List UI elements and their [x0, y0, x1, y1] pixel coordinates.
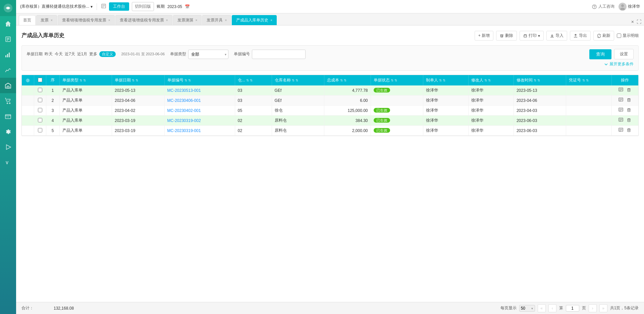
table-row[interactable]: 1 产品入库单 2023-05-13 MC-20230513-001 03 GE… [22, 85, 638, 96]
col-header-doc-no[interactable]: 单据编号 ⇅ [164, 75, 235, 85]
sidebar-item-media[interactable] [0, 139, 16, 155]
sidebar-item-warehouse[interactable] [0, 78, 16, 93]
row-edit-icon[interactable] [619, 98, 625, 103]
row-delete-icon[interactable] [627, 98, 631, 103]
col-header-warehouse-code[interactable]: 仓... ⇅ [235, 75, 272, 85]
query-button[interactable]: 查询 [589, 49, 611, 59]
row-checkbox[interactable] [34, 96, 46, 106]
sidebar-item-analytics[interactable] [0, 47, 16, 62]
row-checkbox[interactable] [34, 85, 46, 96]
per-page-select[interactable]: 50 100 200 [519, 305, 535, 312]
row-select-checkbox[interactable] [38, 118, 42, 122]
company-selector[interactable]: (库存核算）直播轻捷通信息技术股份... ▾ [20, 4, 93, 9]
show-detail-checkbox[interactable]: 显示明细 [617, 33, 639, 39]
tab-product-history-close[interactable]: × [270, 18, 272, 22]
col-header-voucher-no[interactable]: 凭证号 ⇅ [566, 75, 611, 85]
filter-date-1month[interactable]: 近1月 [77, 51, 88, 57]
filter-date-custom[interactable]: 自定义 [99, 51, 116, 57]
tab-open-close[interactable]: × [225, 18, 227, 22]
col-header-total-cost[interactable]: 总成本 ⇅ [324, 75, 371, 85]
sidebar-item-settings[interactable] [0, 124, 16, 139]
row-checkbox[interactable] [34, 116, 46, 126]
row-select-checkbox[interactable] [38, 98, 42, 102]
col-header-modify-time[interactable]: 修改时间 ⇅ [514, 75, 566, 85]
doc-no-link[interactable]: MC-20230402-001 [167, 108, 201, 113]
row-delete-icon[interactable] [627, 108, 631, 113]
col-header-doc-status[interactable]: 单据状态 ⇅ [371, 75, 423, 85]
prev-page-button[interactable]: ‹ [548, 304, 556, 312]
delete-button[interactable]: 删除 [496, 31, 517, 41]
row-edit-icon[interactable] [619, 108, 625, 113]
table-row[interactable]: 3 产品入库单 2023-04-02 MC-20230402-001 05 徐仓… [22, 106, 638, 116]
row-checkbox[interactable] [34, 126, 46, 136]
row-checkbox[interactable] [34, 106, 46, 116]
page-input[interactable] [566, 305, 579, 312]
doc-icon[interactable] [101, 3, 106, 10]
filter-date-today[interactable]: 今天 [55, 51, 63, 57]
row-delete-icon[interactable] [627, 88, 631, 93]
sidebar-item-invoice[interactable] [0, 32, 16, 47]
row-doc-no[interactable]: MC-20230319-001 [164, 126, 235, 136]
row-delete-icon[interactable] [627, 128, 631, 133]
filter-expand-button[interactable]: 展开更多条件 [604, 61, 634, 67]
calendar-icon[interactable]: 📅 [185, 4, 190, 9]
doc-no-link[interactable]: MC-20230513-001 [167, 88, 201, 93]
col-header-doc-date[interactable]: 单据日期 ⇅ [112, 75, 165, 85]
reset-button[interactable]: 设置 [614, 49, 634, 59]
filter-date-7days[interactable]: 近7天 [65, 51, 75, 57]
export-button[interactable]: 导出 [570, 31, 591, 41]
doc-no-link[interactable]: MC-20230319-001 [167, 128, 201, 133]
row-edit-icon[interactable] [619, 118, 625, 123]
row-doc-no[interactable]: MC-20230402-001 [164, 106, 235, 116]
row-doc-no[interactable]: MC-20230319-002 [164, 116, 235, 126]
old-version-button[interactable]: 切到旧版 [132, 2, 154, 11]
sidebar-item-home[interactable] [0, 16, 16, 32]
tab-product-history[interactable]: 产成品入库单历史 × [232, 15, 277, 25]
sidebar-item-purchase[interactable] [0, 93, 16, 109]
first-page-button[interactable]: « [538, 304, 546, 312]
row-edit-icon[interactable] [619, 88, 625, 93]
sidebar-item-version[interactable]: V [0, 155, 16, 170]
tab-invoice-close[interactable]: × [51, 18, 53, 22]
service-button[interactable]: 人工咨询 [592, 4, 614, 9]
sidebar-item-report[interactable] [0, 62, 16, 78]
doc-no-link[interactable]: MC-20230319-002 [167, 118, 201, 123]
workbench-button[interactable]: 工作台 [109, 2, 129, 11]
show-detail-input[interactable] [617, 34, 621, 38]
tab-calc[interactable]: 发票测算 × [173, 15, 202, 25]
refresh-button[interactable]: 刷新 [593, 31, 614, 41]
row-delete-icon[interactable] [627, 118, 631, 123]
next-page-button[interactable]: › [589, 304, 597, 312]
tab-calc-close[interactable]: × [196, 18, 198, 22]
tab-purchase-vat-close[interactable]: × [166, 18, 168, 22]
tab-purchase-vat[interactable]: 查看进项增值税专用发票 × [115, 15, 172, 25]
app-logo[interactable] [0, 0, 16, 16]
print-button[interactable]: 打印 ▾ [520, 31, 544, 41]
table-row[interactable]: 4 产品入库单 2023-03-19 MC-20230319-002 02 原料… [22, 116, 638, 126]
row-doc-no[interactable]: MC-20230513-001 [164, 85, 235, 96]
col-header-checkbox[interactable] [34, 75, 46, 85]
tab-maximize-button[interactable]: ⛶ [637, 19, 641, 24]
doc-no-link[interactable]: MC-20230406-001 [167, 98, 201, 103]
row-select-checkbox[interactable] [38, 88, 42, 92]
col-header-warehouse-name[interactable]: 仓库名称 ⇅ [272, 75, 324, 85]
filter-date-yesterday[interactable]: 昨天 [45, 51, 53, 57]
table-row[interactable]: 5 产品入库单 2023-03-19 MC-20230319-001 02 原料… [22, 126, 638, 136]
col-header-modifier[interactable]: 修改人 ⇅ [468, 75, 514, 85]
filter-date-more[interactable]: 更多 [89, 51, 97, 57]
select-all-checkbox[interactable] [38, 78, 42, 82]
col-header-creator[interactable]: 制单人 ⇅ [423, 75, 469, 85]
table-row[interactable]: 2 产品入库单 2023-04-06 MC-20230406-001 03 GE… [22, 96, 638, 106]
last-page-button[interactable]: » [599, 304, 607, 312]
row-edit-icon[interactable] [619, 128, 625, 133]
user-menu[interactable]: 徐泽华 [619, 3, 640, 11]
tab-sales-vat[interactable]: 查看销项增值税专用发票 × [58, 15, 115, 25]
tab-sales-vat-close[interactable]: × [108, 18, 110, 22]
row-select-checkbox[interactable] [38, 128, 42, 132]
import-button[interactable]: 导入 [546, 31, 567, 41]
row-doc-no[interactable]: MC-20230406-001 [164, 96, 235, 106]
filter-doc-no-input[interactable] [252, 50, 306, 59]
tab-open[interactable]: 发票开具 × [202, 15, 231, 25]
filter-doc-type-select[interactable]: 全部 [188, 50, 228, 59]
tab-home[interactable]: 首页 [19, 15, 36, 25]
